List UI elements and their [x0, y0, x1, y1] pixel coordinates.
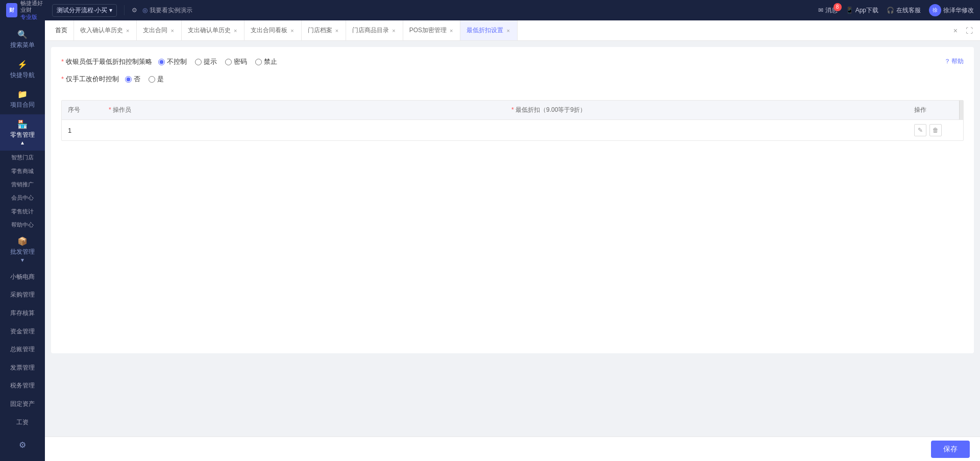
tab-store-product-close[interactable]: ×: [391, 27, 396, 35]
help-link[interactable]: ？ 帮助: [944, 57, 964, 66]
tab-store-product[interactable]: 门店商品目录 ×: [346, 20, 403, 41]
manual-price-row: 仅手工改价时控制 否 是: [61, 75, 277, 84]
sidebar-item-online-store[interactable]: 零售商城: [0, 164, 45, 178]
tab-store-file[interactable]: 门店档案 ×: [302, 20, 346, 41]
radio-remind[interactable]: 提示: [195, 57, 217, 66]
tab-home[interactable]: 首页: [49, 20, 74, 41]
sidebar-item-help[interactable]: 帮助中心: [0, 218, 45, 231]
sidebar-item-search[interactable]: 🔍 搜索菜单: [0, 25, 45, 55]
topbar-right: ✉ 消息 8 📱 App下载 🎧 在线客服 徐 徐泽华修改: [818, 4, 974, 16]
tab-payment-confirm-history-close[interactable]: ×: [233, 27, 238, 35]
sidebar-item-retail[interactable]: 🏪 零售管理 ▲: [0, 114, 45, 151]
tab-income-history[interactable]: 收入确认单历史 ×: [74, 20, 137, 41]
tab-payment-contract[interactable]: 支出合同 ×: [137, 20, 181, 41]
quicknav-icon: ⚡: [17, 60, 28, 69]
messages-button[interactable]: ✉ 消息 8: [818, 6, 838, 15]
tab-min-discount-close[interactable]: ×: [505, 27, 510, 35]
page-content: 收银员低于最低折扣控制策略 不控制 提示: [45, 41, 980, 436]
tab-payment-contract-close[interactable]: ×: [169, 27, 175, 35]
bottom-bar: 保存: [45, 436, 980, 461]
tab-payment-contract-label: 支出合同: [143, 26, 167, 35]
tab-store-product-label: 门店商品目录: [352, 26, 389, 35]
sidebar-label-accounting: 总账管理: [10, 346, 35, 354]
radio-yes-input[interactable]: [149, 76, 155, 83]
sidebar-item-inventory[interactable]: 库存核算: [0, 304, 45, 323]
radio-password-input[interactable]: [225, 59, 232, 65]
sidebar-item-project[interactable]: 📁 项目合同: [0, 84, 45, 114]
sidebar-item-wholesale[interactable]: 📦 批发管理 ▼: [0, 231, 45, 268]
project-selector[interactable]: 测试分开流程·小买 ▾: [52, 4, 117, 17]
sidebar-label-smart-store: 智慧门店: [11, 154, 34, 161]
sidebar-item-quicknav[interactable]: ⚡ 快捷导航: [0, 55, 45, 85]
message-icon: ✉: [818, 7, 823, 14]
radio-forbidden-label: 禁止: [264, 57, 277, 66]
tab-pos-password-label: POS加密管理: [409, 26, 447, 35]
radio-no-control-input[interactable]: [158, 59, 165, 65]
sidebar-item-purchase[interactable]: 采购管理: [0, 286, 45, 304]
project-name: 测试分开流程·小买: [57, 6, 107, 15]
sidebar: 🔍 搜索菜单 ⚡ 快捷导航 📁 项目合同 🏪 零售管理 ▲ 智慧门店 零售商城 …: [0, 20, 45, 461]
radio-remind-input[interactable]: [195, 59, 202, 65]
radio-password[interactable]: 密码: [225, 57, 247, 66]
user-menu[interactable]: 徐 徐泽华修改: [929, 4, 974, 16]
online-service-button[interactable]: 🎧 在线客服: [887, 6, 921, 15]
sidebar-item-invoice[interactable]: 发票管理: [0, 359, 45, 377]
radio-no-control[interactable]: 不控制: [158, 57, 187, 66]
radio-no[interactable]: 否: [125, 75, 140, 84]
th-discount-label: 最低折扣（9.00等于9折）: [516, 106, 586, 113]
help-label: 帮助: [951, 57, 964, 66]
sidebar-label-retail-stats: 零售统计: [11, 208, 34, 215]
tab-pos-password[interactable]: POS加密管理 ×: [403, 20, 461, 41]
th-discount: * 最低折扣（9.00等于9折）: [505, 101, 908, 119]
td-operator-1: [103, 126, 505, 134]
settings-button[interactable]: ⚙: [14, 435, 31, 455]
sidebar-item-ecommerce[interactable]: 小畅电商: [0, 268, 45, 286]
main-layout: 🔍 搜索菜单 ⚡ 快捷导航 📁 项目合同 🏪 零售管理 ▲ 智慧门店 零售商城 …: [0, 20, 980, 461]
settings-icon-topbar[interactable]: ⚙: [132, 7, 137, 14]
tab-income-history-close[interactable]: ×: [125, 27, 130, 35]
td-seq-1: 1: [62, 123, 103, 138]
operator-required-star: *: [109, 106, 111, 113]
row-edit-button[interactable]: ✎: [914, 124, 926, 136]
radio-yes-label: 是: [157, 75, 164, 84]
tab-close-all-button[interactable]: ×: [950, 25, 961, 37]
radio-no-input[interactable]: [125, 76, 132, 83]
headset-icon: 🎧: [887, 7, 894, 14]
radio-forbidden[interactable]: 禁止: [255, 57, 277, 66]
user-avatar: 徐: [929, 4, 941, 16]
demo-text: 我要看实例演示: [150, 6, 192, 15]
sidebar-item-member[interactable]: 会员中心: [0, 191, 45, 204]
tab-payment-board-close[interactable]: ×: [289, 27, 295, 35]
radio-forbidden-input[interactable]: [255, 59, 262, 65]
sidebar-item-marketing[interactable]: 营销推广: [0, 178, 45, 191]
sidebar-item-accounting[interactable]: 总账管理: [0, 341, 45, 359]
manual-price-label: 仅手工改价时控制: [61, 75, 119, 84]
tab-payment-confirm-history-label: 支出确认单历史: [188, 26, 231, 35]
demo-link[interactable]: ◎ 我要看实例演示: [142, 6, 192, 15]
sidebar-item-tax[interactable]: 税务管理: [0, 377, 45, 395]
save-button[interactable]: 保存: [931, 441, 970, 458]
sidebar-item-retail-stats[interactable]: 零售统计: [0, 205, 45, 218]
sidebar-item-funds[interactable]: 资金管理: [0, 323, 45, 341]
th-operator: * 操作员: [103, 101, 505, 119]
tab-payment-board[interactable]: 支出合同看板 ×: [244, 20, 301, 41]
sidebar-item-fixed-assets[interactable]: 固定资产: [0, 395, 45, 414]
tab-pos-password-close[interactable]: ×: [449, 27, 454, 35]
tabbar: 首页 收入确认单历史 × 支出合同 × 支出确认单历史 × 支出合同看板 × 门…: [45, 20, 980, 41]
table-row: 1 ✎ 🗑: [62, 120, 963, 140]
tab-home-label: 首页: [55, 26, 67, 35]
tab-store-file-close[interactable]: ×: [334, 27, 339, 35]
radio-yes[interactable]: 是: [149, 75, 164, 84]
logo-text: 畅捷通好业财 专业版: [20, 0, 47, 20]
search-icon: 🔍: [17, 30, 28, 39]
sidebar-item-smart-store[interactable]: 智慧门店: [0, 151, 45, 164]
content-area: 首页 收入确认单历史 × 支出合同 × 支出确认单历史 × 支出合同看板 × 门…: [45, 20, 980, 461]
tab-min-discount[interactable]: 最低折扣设置 ×: [460, 20, 517, 41]
sidebar-item-salary[interactable]: 工资: [0, 414, 45, 432]
tab-expand-button[interactable]: ⛶: [963, 25, 976, 37]
retail-icon: 🏪: [17, 119, 28, 129]
app-download-button[interactable]: 📱 App下载: [846, 6, 878, 15]
tab-payment-confirm-history[interactable]: 支出确认单历史 ×: [182, 20, 244, 41]
row-delete-button[interactable]: 🗑: [929, 124, 942, 136]
sidebar-label-wholesale: 批发管理: [10, 248, 35, 256]
